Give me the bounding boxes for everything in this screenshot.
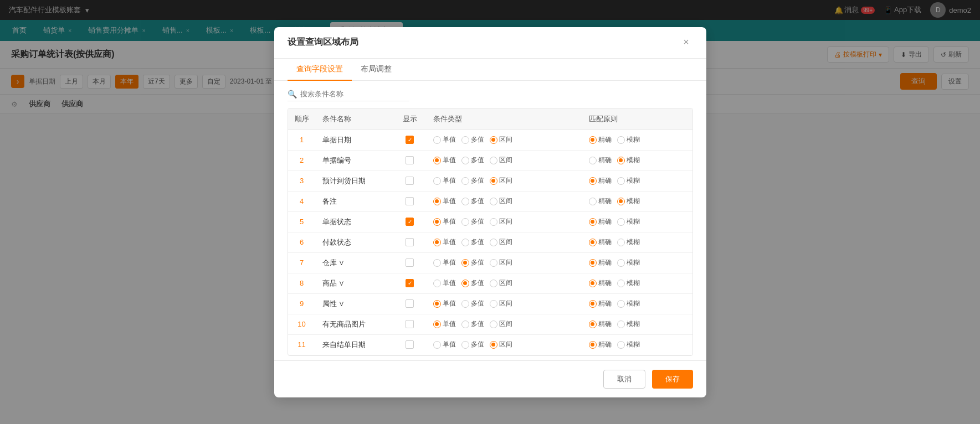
search-icon: 🔍 [288,90,297,99]
tab-layout-adjust[interactable]: 布局调整 [352,59,401,81]
modal-overlay: 设置查询区域布局 × 查询字段设置 布局调整 🔍 顺序 条件名称 显示 [0,0,980,114]
tab-field-settings[interactable]: 查询字段设置 [288,59,352,81]
settings-dialog: 设置查询区域布局 × 查询字段设置 布局调整 🔍 顺序 条件名称 显示 [274,27,706,115]
dialog-title: 设置查询区域布局 [288,37,358,48]
th-name: 条件名称 [316,108,393,115]
th-display: 显示 [393,108,427,115]
th-type: 条件类型 [427,108,582,115]
search-bar: 🔍 [274,81,706,108]
th-order: 顺序 [288,108,316,115]
dialog-header: 设置查询区域布局 × [274,27,706,59]
th-match: 匹配原则 [582,108,692,115]
search-input[interactable] [300,90,400,98]
search-input-wrap: 🔍 [288,87,409,101]
dialog-close-btn[interactable]: × [680,36,693,49]
dialog-tabs: 查询字段设置 布局调整 [274,59,706,81]
config-table: 顺序 条件名称 显示 条件类型 匹配原则 1单据日期单值多值区间精确模糊2单据编… [288,108,693,115]
